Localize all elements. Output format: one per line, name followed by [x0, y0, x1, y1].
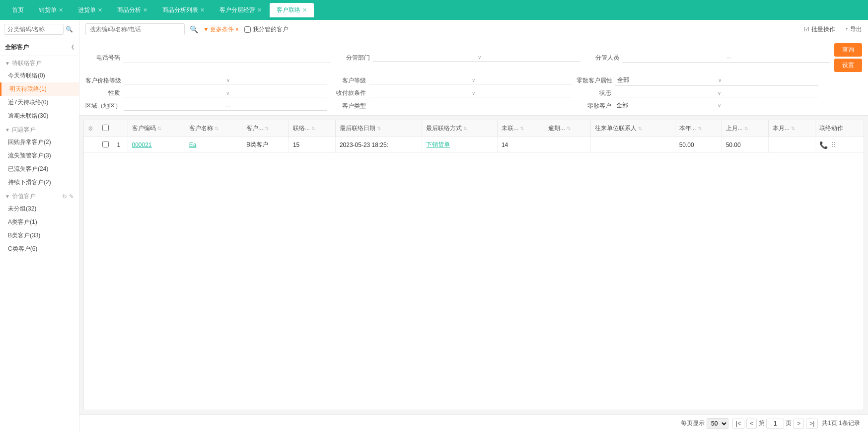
th-last-contact-date[interactable]: 最后联络日期 ⇅ — [335, 120, 422, 137]
nav-item-customer-contact[interactable]: 客户联络 ✕ — [270, 3, 314, 17]
export-icon: ↑ — [845, 26, 848, 33]
td-no: 1 — [113, 137, 128, 153]
close-purchase-icon[interactable]: ✕ — [98, 7, 102, 13]
customer-type-label: 客户类型 — [331, 102, 366, 110]
sidebar-item-today-pending[interactable]: 今天待联络(0) — [0, 69, 79, 82]
nav-item-product-analysis[interactable]: 商品分析 ✕ — [110, 3, 154, 17]
retail-customer-select[interactable]: 全部 ∨ — [614, 100, 818, 111]
close-segmentation-icon[interactable]: ✕ — [257, 7, 262, 13]
price-level-label: 客户价格等级 — [85, 76, 121, 85]
all-customers-label: 全部客户 — [5, 43, 29, 52]
retail-attr-select[interactable]: 全部 ∨ — [615, 75, 818, 86]
nature-select[interactable]: ∨ — [123, 89, 327, 97]
sidebar-item-tomorrow-pending[interactable]: 明天待联络(1) — [0, 82, 79, 96]
sidebar-item-overdue-pending[interactable]: 逾期未联络(30) — [0, 109, 79, 123]
customer-table: ⚙ 客户编码 ⇅ 客户名称 — [84, 120, 864, 153]
filter-cell-customer-level: 客户等级 ∨ — [331, 76, 573, 85]
th-last-month[interactable]: 上月... ⇅ — [722, 120, 768, 137]
value-arrow-icon: ▼ — [5, 194, 10, 199]
price-level-select[interactable]: ∨ — [124, 76, 327, 84]
td-code[interactable]: 000021 — [128, 137, 185, 153]
value-edit-icon[interactable]: ✎ — [69, 193, 74, 200]
search-input[interactable] — [85, 23, 185, 35]
retail-customer-down-icon: ∨ — [718, 103, 816, 108]
sidebar-item-ungrouped[interactable]: 未分组(32) — [0, 202, 79, 216]
th-code[interactable]: 客户编码 ⇅ — [128, 120, 185, 137]
sidebar-group-problem[interactable]: ▼ 问题客户 — [0, 123, 79, 136]
person-select[interactable]: ··· — [622, 53, 830, 63]
th-last-contact-method[interactable]: 最后联络方式 ⇅ — [422, 120, 498, 137]
th-contact[interactable]: 联络... ⇅ — [289, 120, 335, 137]
status-select[interactable]: ∨ — [614, 89, 818, 97]
export-btn[interactable]: ↑ 导出 — [845, 25, 862, 34]
nature-down-icon: ∨ — [226, 90, 325, 96]
th-this-month[interactable]: 本月... ⇅ — [768, 120, 815, 137]
problem-arrow-icon: ▼ — [5, 127, 10, 133]
first-page-btn[interactable]: |< — [732, 419, 744, 429]
phone-input[interactable] — [123, 53, 331, 63]
nav-item-home[interactable]: 首页 — [5, 3, 31, 17]
close-contact-icon[interactable]: ✕ — [302, 7, 307, 13]
sidebar-group-value[interactable]: ▼ 价值客户 ↻ ✎ — [0, 189, 79, 202]
sidebar-search-input[interactable] — [4, 24, 64, 35]
per-page-select[interactable]: 50 — [707, 418, 728, 429]
sidebar-item-7day-pending[interactable]: 近7天待联络(0) — [0, 96, 79, 109]
th-this-year[interactable]: 本年... ⇅ — [675, 120, 722, 137]
nav-item-customer-segmentation[interactable]: 客户分层经营 ✕ — [213, 3, 269, 17]
last-page-btn[interactable]: >| — [806, 419, 818, 429]
th-overdue[interactable]: 逾期... ⇅ — [544, 120, 590, 137]
th-settings[interactable]: ⚙ — [84, 120, 98, 137]
td-last-contact-method[interactable]: 下销货单 — [422, 137, 498, 153]
sidebar-item-churned[interactable]: 已流失客户(24) — [0, 162, 79, 176]
more-conditions-btn[interactable]: ▼ 更多条件 ∧ — [203, 25, 239, 34]
payment-select[interactable]: ∨ — [369, 89, 573, 97]
th-customer-type[interactable]: 客户... ⇅ — [242, 120, 289, 137]
sort-contact-icon: ⇅ — [311, 126, 315, 131]
next-page-btn[interactable]: > — [794, 419, 804, 429]
my-customers-checkbox[interactable] — [244, 26, 251, 33]
td-checkbox[interactable] — [98, 137, 113, 153]
prev-page-btn[interactable]: < — [746, 419, 757, 429]
nav-item-product-analysis-list[interactable]: 商品分析列表 ✕ — [155, 3, 212, 17]
sidebar-item-churn-warning[interactable]: 流失预警客户(3) — [0, 149, 79, 162]
action-more-icon[interactable]: ⠿ — [831, 141, 836, 149]
sidebar-item-class-a[interactable]: A类客户(1) — [0, 216, 79, 229]
close-sales-icon[interactable]: ✕ — [59, 7, 63, 13]
person-dots-icon: ··· — [726, 54, 828, 61]
td-customer-type: B类客户 — [242, 137, 289, 153]
th-name[interactable]: 客户名称 ⇅ — [185, 120, 242, 137]
sidebar-group-pending[interactable]: ▼ 待联络客户 — [0, 56, 79, 69]
close-product-analysis-icon[interactable]: ✕ — [143, 7, 147, 13]
customer-type-input[interactable] — [369, 101, 573, 111]
region-select[interactable]: ··· — [124, 101, 327, 111]
sidebar-item-class-b[interactable]: B类客户(33) — [0, 229, 79, 242]
settings-btn[interactable]: 设置 — [834, 59, 862, 72]
th-unlinked[interactable]: 未联... ⇅ — [497, 120, 544, 137]
batch-ops-btn[interactable]: ☑ 批量操作 — [804, 25, 835, 34]
customer-level-down-icon: ∨ — [472, 77, 571, 83]
th-unit-contact[interactable]: 往来单位联系人 ⇅ — [590, 120, 675, 137]
sidebar-item-repurchase-abnormal[interactable]: 回购异常客户(2) — [0, 136, 79, 149]
nav-item-purchase[interactable]: 进货单 ✕ — [71, 3, 109, 17]
customer-level-select[interactable]: ∨ — [369, 76, 573, 84]
page-number-input[interactable] — [766, 419, 784, 429]
sidebar-item-declining[interactable]: 持续下滑客户(2) — [0, 176, 79, 189]
query-btn[interactable]: 查询 — [834, 43, 862, 57]
action-phone-icon[interactable]: 📞 — [819, 141, 828, 149]
sort-thismonth-icon: ⇅ — [791, 126, 795, 131]
dept-select[interactable]: ∨ — [373, 54, 581, 62]
collapse-icon: 《 — [69, 44, 74, 51]
value-refresh-icon[interactable]: ↻ — [62, 193, 67, 200]
filter-cell-phone: 电话号码 — [85, 53, 331, 63]
th-checkbox[interactable] — [98, 120, 113, 137]
close-product-list-icon[interactable]: ✕ — [200, 7, 205, 13]
row-checkbox[interactable] — [102, 141, 109, 147]
nav-item-sales[interactable]: 销货单 ✕ — [32, 3, 70, 17]
sidebar-item-class-c[interactable]: C类客户(6) — [0, 242, 79, 256]
sidebar-search-icon[interactable]: 🔍 — [66, 26, 73, 33]
search-button[interactable]: 🔍 — [190, 25, 198, 33]
my-customers-checkbox-area[interactable]: 我分管的客户 — [244, 25, 289, 34]
select-all-checkbox[interactable] — [102, 125, 109, 131]
td-name[interactable]: Ea — [185, 137, 242, 153]
all-customers-item[interactable]: 全部客户 《 — [0, 39, 79, 56]
